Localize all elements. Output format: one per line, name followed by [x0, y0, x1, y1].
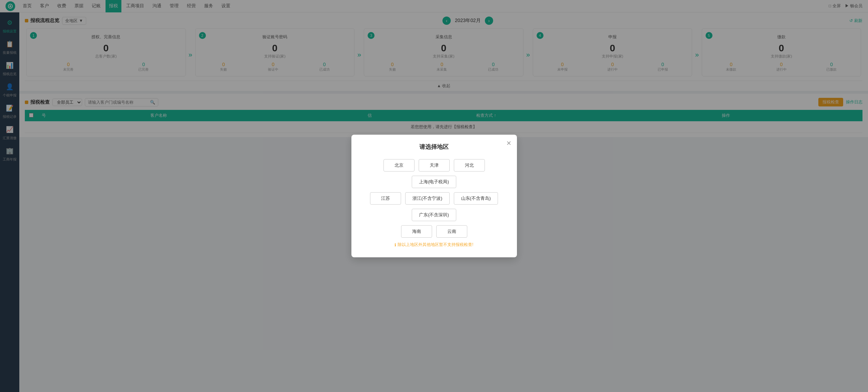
modal-overlay[interactable]: ✕ 请选择地区 北京 天津 河北 上海(电子税局) 江苏 浙江(不含宁波) 山东… — [0, 0, 868, 392]
region-shandong[interactable]: 山东(不含青岛) — [454, 192, 498, 205]
region-zhejiang[interactable]: 浙江(不含宁波) — [405, 192, 450, 205]
region-guangdong[interactable]: 广东(不含深圳) — [412, 209, 456, 221]
modal-title: 请选择地区 — [362, 143, 506, 151]
region-hebei[interactable]: 河北 — [454, 159, 485, 172]
region-yunnan[interactable]: 云南 — [436, 225, 467, 238]
region-modal: ✕ 请选择地区 北京 天津 河北 上海(电子税局) 江苏 浙江(不含宁波) 山东… — [351, 135, 517, 257]
region-row-2: 江苏 浙江(不含宁波) 山东(不含青岛) 广东(不含深圳) — [362, 192, 506, 221]
region-row-1: 北京 天津 河北 上海(电子税局) — [362, 159, 506, 188]
region-hainan[interactable]: 海南 — [401, 225, 432, 238]
region-shanghai[interactable]: 上海(电子税局) — [412, 176, 456, 188]
region-warning: ℹ 除以上地区外其他地区暂不支持报税检查! — [362, 242, 506, 248]
region-jiangsu[interactable]: 江苏 — [370, 192, 401, 205]
region-tianjin[interactable]: 天津 — [419, 159, 450, 172]
region-row-3: 海南 云南 — [362, 225, 506, 238]
warning-icon: ℹ — [395, 243, 396, 247]
modal-close-button[interactable]: ✕ — [506, 140, 511, 147]
region-beijing[interactable]: 北京 — [383, 159, 415, 172]
